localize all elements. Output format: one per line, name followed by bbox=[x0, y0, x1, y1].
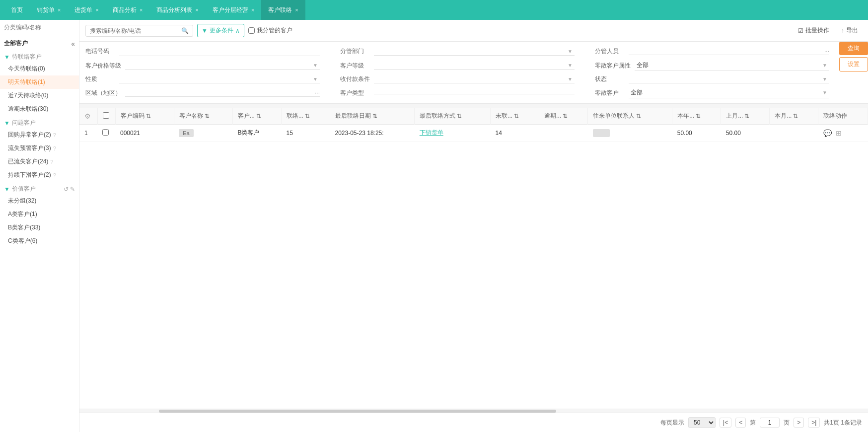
last-page-button[interactable]: >| bbox=[808, 418, 820, 428]
sort-icon-method[interactable]: ⇅ bbox=[457, 113, 462, 120]
prev-page-button[interactable]: < bbox=[735, 418, 746, 428]
filter-action-buttons: 查询 设置 bbox=[839, 42, 868, 103]
row-index: 1 bbox=[79, 125, 97, 142]
status-field: 状态 ▼ bbox=[595, 75, 829, 83]
close-purchase-icon[interactable]: × bbox=[95, 7, 98, 13]
customer-type-select[interactable] bbox=[374, 92, 575, 94]
sort-icon-date[interactable]: ⇅ bbox=[372, 113, 377, 120]
close-customer-contact-icon[interactable]: × bbox=[295, 7, 298, 13]
main-search-icon[interactable]: 🔍 bbox=[181, 27, 189, 34]
my-customers-checkbox[interactable] bbox=[248, 27, 255, 34]
nav-home[interactable]: 首页 bbox=[4, 0, 30, 20]
status-select[interactable]: ▼ bbox=[629, 75, 829, 83]
nature-select[interactable]: ▼ bbox=[119, 75, 320, 83]
page-number-input[interactable] bbox=[760, 418, 780, 428]
refresh-icon[interactable]: ↺ bbox=[64, 186, 69, 193]
col-contact-action: 联络动作 bbox=[818, 108, 868, 125]
close-analysis-icon[interactable]: × bbox=[140, 7, 143, 13]
sort-icon-month[interactable]: ⇅ bbox=[793, 113, 798, 120]
first-page-button[interactable]: |< bbox=[720, 418, 731, 428]
nav-customer-contact[interactable]: 客户联络 × bbox=[261, 0, 305, 20]
sidebar-ungrouped[interactable]: 未分组(32) bbox=[0, 194, 79, 208]
more-action-icon[interactable]: ⊞ bbox=[836, 129, 842, 137]
sidebar-class-b[interactable]: B类客户(33) bbox=[0, 221, 79, 234]
customer-level-select[interactable]: ▼ bbox=[374, 62, 575, 70]
col-settings[interactable]: ⚙ bbox=[79, 108, 97, 125]
sidebar-all-customers[interactable]: 全部客户 « bbox=[0, 35, 79, 50]
nav-analysis-list[interactable]: 商品分析列表 × bbox=[149, 0, 205, 20]
nav-analysis[interactable]: 商品分析 × bbox=[106, 0, 149, 20]
col-customer-code: 客户编码⇅ bbox=[115, 108, 174, 125]
phone-input[interactable] bbox=[119, 47, 320, 56]
dept-select[interactable]: ▼ bbox=[374, 48, 575, 56]
select-all-checkbox[interactable] bbox=[103, 112, 109, 119]
sort-icon-unlocked[interactable]: ⇅ bbox=[514, 113, 519, 120]
sidebar-week-contact[interactable]: 近7天待联络(0) bbox=[0, 89, 79, 102]
help-icon-3[interactable]: ? bbox=[53, 172, 56, 178]
sort-icon-name[interactable]: ⇅ bbox=[205, 113, 210, 120]
row-checkbox[interactable] bbox=[102, 129, 109, 136]
sort-icon-type[interactable]: ⇅ bbox=[256, 113, 261, 120]
sort-icon-overdue[interactable]: ⇅ bbox=[563, 113, 568, 120]
batch-operation-button[interactable]: ☑ 批量操作 bbox=[794, 24, 833, 37]
col-customer-type: 客户...⇅ bbox=[232, 108, 281, 125]
sidebar-tomorrow-contact[interactable]: 明天待联络(1) bbox=[0, 75, 79, 89]
price-level-field: 客户价格等级 ▼ bbox=[85, 62, 320, 70]
sidebar-declining-customers[interactable]: 持续下滑客户(2) ? bbox=[0, 168, 79, 182]
sort-icon-person[interactable]: ⇅ bbox=[636, 113, 641, 120]
per-page-select[interactable]: 50 100 bbox=[688, 417, 716, 428]
row-checkbox-cell[interactable] bbox=[97, 125, 115, 142]
content-area: 🔍 ▼ 更多条件 ∧ 我分管的客户 ☑ 批量操作 ↑ 导出 bbox=[79, 20, 868, 432]
row-last-contact-method[interactable]: 下销货单 bbox=[415, 125, 491, 142]
sidebar-lost-customers[interactable]: 已流失客户(24) ? bbox=[0, 155, 79, 168]
retail-customer-select[interactable]: 全部▼ bbox=[629, 87, 829, 98]
contact-icon[interactable]: 💬 bbox=[823, 129, 832, 137]
sidebar-search-input[interactable] bbox=[4, 24, 78, 31]
close-analysis-list-icon[interactable]: × bbox=[195, 7, 198, 13]
nav-customer-tier[interactable]: 客户分层经营 × bbox=[206, 0, 261, 20]
value-section-actions[interactable]: ↺ ✎ bbox=[64, 186, 75, 193]
sort-icon-lmonth[interactable]: ⇅ bbox=[744, 113, 749, 120]
next-page-button[interactable]: > bbox=[794, 418, 804, 428]
sidebar-today-contact[interactable]: 今天待联络(0) bbox=[0, 62, 79, 75]
my-customers-checkbox-area[interactable]: 我分管的客户 bbox=[248, 26, 292, 35]
settings-button[interactable]: 设置 bbox=[839, 57, 868, 72]
sidebar-class-c[interactable]: C类客户(6) bbox=[0, 234, 79, 248]
table-footer: 每页显示 50 100 |< < 第 页 > >| 共1页 1条记录 bbox=[79, 413, 868, 432]
contact-method-link[interactable]: 下销货单 bbox=[420, 129, 443, 136]
retail-attr-select[interactable]: 全部▼ bbox=[635, 60, 829, 71]
sort-icon-contact[interactable]: ⇅ bbox=[305, 113, 310, 120]
checkbox-icon: ☑ bbox=[798, 27, 803, 34]
sort-icon-year[interactable]: ⇅ bbox=[696, 113, 701, 120]
nav-purchase[interactable]: 进货单 × bbox=[68, 0, 105, 20]
query-button[interactable]: 查询 bbox=[839, 42, 868, 55]
edit-icon[interactable]: ✎ bbox=[70, 186, 75, 193]
scrollbar-thumb[interactable] bbox=[159, 410, 556, 413]
horizontal-scrollbar[interactable] bbox=[79, 409, 868, 413]
help-icon-1[interactable]: ? bbox=[53, 145, 56, 151]
sidebar-collapse-icon[interactable]: « bbox=[71, 40, 75, 48]
close-customer-tier-icon[interactable]: × bbox=[251, 7, 254, 13]
sidebar-class-a[interactable]: A类客户(1) bbox=[0, 208, 79, 221]
help-icon-0[interactable]: ? bbox=[53, 132, 56, 138]
sidebar-lost-warning[interactable]: 流失预警客户(3) ? bbox=[0, 142, 79, 155]
close-sales-icon[interactable]: × bbox=[58, 7, 61, 13]
export-button[interactable]: ↑ 导出 bbox=[837, 24, 862, 37]
payment-select[interactable]: ▼ bbox=[374, 75, 575, 83]
settings-icon[interactable]: ⚙ bbox=[84, 112, 91, 120]
help-icon-2[interactable]: ? bbox=[50, 159, 53, 165]
more-filter-button[interactable]: ▼ 更多条件 ∧ bbox=[197, 24, 244, 37]
sort-icon[interactable]: ⇅ bbox=[146, 113, 151, 120]
sidebar-repurchase-abnormal[interactable]: 回购异常客户(2) ? bbox=[0, 128, 79, 142]
main-search-input[interactable] bbox=[90, 27, 179, 34]
sidebar-overdue-contact[interactable]: 逾期未联络(30) bbox=[0, 102, 79, 116]
toolbar-right: ☑ 批量操作 ↑ 导出 bbox=[794, 24, 862, 37]
region-ellipsis[interactable]: ··· bbox=[315, 89, 320, 96]
col-checkbox[interactable] bbox=[97, 108, 115, 125]
price-level-select[interactable]: ▼ bbox=[125, 62, 320, 70]
nav-sales[interactable]: 销货单 × bbox=[30, 0, 68, 20]
payment-field: 收付款条件 ▼ bbox=[340, 75, 575, 83]
manager-ellipsis[interactable]: ··· bbox=[824, 48, 829, 55]
region-field: 区域（地区） ··· bbox=[85, 89, 320, 97]
row-this-year: 50.00 bbox=[672, 125, 721, 142]
